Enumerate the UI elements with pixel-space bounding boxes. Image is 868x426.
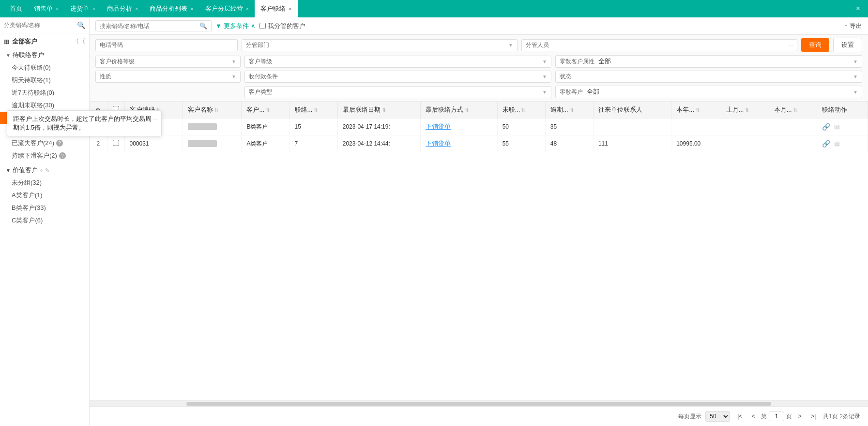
- customer-type-dropdown[interactable]: ▼: [542, 89, 547, 95]
- page-number-input[interactable]: [769, 411, 784, 421]
- nav-customer-contact-close[interactable]: ×: [289, 6, 291, 12]
- tooltip-close[interactable]: ...: [153, 115, 157, 120]
- nav-analysis[interactable]: 商品分析 ×: [101, 0, 144, 17]
- sort-uncontacted-icon[interactable]: ⇅: [521, 107, 525, 113]
- value-arrow-icon: ▼: [6, 168, 11, 173]
- status-dropdown[interactable]: ▼: [853, 74, 858, 79]
- nav-analysis-list-close[interactable]: ×: [190, 6, 193, 12]
- sidebar: 🔍 ⊞ 全部客户 〈〈 ▼ 待联络客户 今天待联络(0) 明天待联络(1) 近7…: [0, 17, 90, 426]
- row-this-year: 10995.00: [671, 135, 721, 152]
- filter-bar: 🔍 ▼ 更多条件 ∧ 我分管的客户 ↑ 导出: [90, 17, 868, 35]
- nav-sales-close[interactable]: ×: [56, 6, 59, 12]
- scroll-thumb[interactable]: [186, 402, 771, 406]
- gender-dropdown[interactable]: ▼: [231, 74, 236, 79]
- row-last-date: 2023-04-12 14:44:: [337, 135, 421, 152]
- info-icon-declining[interactable]: ?: [59, 152, 66, 159]
- sort-contact-icon[interactable]: ⇅: [314, 107, 318, 113]
- retail-attr-field[interactable]: 零散客户属性 全部 ▼: [555, 55, 862, 68]
- row-contact: 15: [289, 118, 337, 135]
- search-input[interactable]: [100, 23, 199, 29]
- nav-sales[interactable]: 销售单 ×: [28, 0, 64, 17]
- sidebar-search-input[interactable]: [4, 22, 77, 29]
- pay-condition-field[interactable]: 收付款条件 ▼: [244, 71, 551, 83]
- nav-customer-tier-close[interactable]: ×: [246, 6, 249, 12]
- status-field[interactable]: 状态 ▼: [555, 71, 862, 83]
- edit-icon[interactable]: ✎: [45, 167, 49, 174]
- action-link-icon[interactable]: 🔗: [822, 140, 830, 147]
- retail-attr-dropdown[interactable]: ▼: [853, 59, 858, 64]
- pending-group: ▼ 待联络客户 今天待联络(0) 明天待联络(1) 近7天待联络(0) 逾期未联…: [0, 48, 89, 163]
- next-page-button[interactable]: >: [794, 411, 806, 422]
- action-link-icon[interactable]: 🔗: [822, 123, 830, 131]
- row-overdue: 35: [545, 118, 593, 135]
- sidebar-item-b-class[interactable]: B类客户(33): [0, 202, 89, 214]
- sort-name-icon[interactable]: ⇅: [214, 107, 218, 113]
- col-last-date-header: 最后联络日期 ⇅: [337, 102, 421, 118]
- export-button[interactable]: ↑ 导出: [845, 22, 863, 30]
- value-group-header[interactable]: ▼ 价值客户 ○ ✎: [0, 163, 89, 176]
- collapse-icon[interactable]: 〈〈: [73, 37, 85, 46]
- table-wrap: ⚙ 客户编码 ⇅ 客户名称: [90, 102, 868, 400]
- sort-date-icon[interactable]: ⇅: [382, 107, 386, 113]
- search-icon[interactable]: 🔍: [199, 22, 207, 29]
- action-grid-icon[interactable]: ⊞: [834, 140, 840, 147]
- nav-customer-tier[interactable]: 客户分层经营 ×: [199, 0, 255, 17]
- customer-level-field[interactable]: 客户等级 ▼: [244, 56, 551, 68]
- retail-customer-dropdown[interactable]: ▼: [853, 89, 858, 95]
- sidebar-item-tomorrow[interactable]: 明天待联络(1): [0, 74, 89, 87]
- sidebar-item-7days[interactable]: 近7天待联络(0): [0, 87, 89, 99]
- pending-group-header[interactable]: ▼ 待联络客户: [0, 49, 89, 61]
- price-level-field[interactable]: 客户价格等级 ▼: [95, 56, 241, 68]
- customer-level-dropdown[interactable]: ▼: [542, 59, 547, 64]
- set-button[interactable]: 设置: [833, 38, 862, 52]
- row-check[interactable]: [107, 135, 124, 152]
- per-page-select[interactable]: 50 100: [705, 411, 730, 422]
- nav-purchase-close[interactable]: ×: [92, 6, 95, 12]
- sidebar-item-declining[interactable]: 持续下滑客户(2) ?: [0, 149, 89, 162]
- row-last-way[interactable]: 下销货单: [421, 135, 497, 152]
- sidebar-item-a-class[interactable]: A类客户(1): [0, 189, 89, 202]
- row-this-year: [671, 118, 721, 135]
- table-row: 1 000039 B类客户 15 2023-04-17 14:19: 下销货单 …: [90, 118, 868, 135]
- manager-field[interactable]: 分管人员 ···: [521, 39, 797, 51]
- sidebar-item-churned[interactable]: 已流失客户(24) ?: [0, 137, 89, 149]
- retail-customer-field[interactable]: 零散客户 全部 ▼: [555, 86, 862, 98]
- sort-type-icon[interactable]: ⇅: [266, 107, 270, 113]
- dept-dropdown-icon[interactable]: ▼: [508, 43, 513, 48]
- horizontal-scrollbar[interactable]: [90, 400, 868, 406]
- sidebar-search-icon[interactable]: 🔍: [77, 21, 85, 29]
- customer-type-field[interactable]: 客户类型 ▼: [244, 86, 551, 98]
- gender-field[interactable]: 性质 ▼: [95, 71, 241, 83]
- prev-page-button[interactable]: <: [747, 411, 759, 422]
- close-all-button[interactable]: ×: [852, 4, 864, 13]
- sort-overdue-icon[interactable]: ⇅: [570, 107, 574, 113]
- sort-way-icon[interactable]: ⇅: [465, 107, 469, 113]
- col-type-header: 客户... ⇅: [242, 102, 289, 118]
- sidebar-item-c-class[interactable]: C类客户(6): [0, 214, 89, 227]
- nav-purchase[interactable]: 进货单 ×: [64, 0, 101, 17]
- pay-condition-dropdown[interactable]: ▼: [542, 74, 547, 79]
- row-last-way[interactable]: 下销货单: [421, 118, 497, 135]
- sort-tmonth-icon[interactable]: ⇅: [793, 107, 797, 113]
- my-customers-checkbox[interactable]: [259, 23, 266, 29]
- more-conditions-button[interactable]: ▼ 更多条件 ∧: [215, 22, 256, 30]
- sort-year-icon[interactable]: ⇅: [696, 107, 700, 113]
- nav-home[interactable]: 首页: [4, 0, 28, 17]
- top-nav: 首页 销售单 × 进货单 × 商品分析 × 商品分析列表 × 客户分层经营 × …: [0, 0, 868, 17]
- action-grid-icon[interactable]: ⊞: [834, 123, 840, 131]
- phone-field[interactable]: 电话号码: [95, 39, 238, 51]
- dept-field[interactable]: 分管部门 ▼: [242, 39, 518, 51]
- nav-analysis-list[interactable]: 商品分析列表 ×: [144, 0, 199, 17]
- price-level-dropdown[interactable]: ▼: [231, 59, 236, 64]
- sort-lmonth-icon[interactable]: ⇅: [745, 107, 749, 113]
- first-page-button[interactable]: |<: [734, 411, 746, 422]
- sidebar-item-ungrouped[interactable]: 未分组(32): [0, 176, 89, 189]
- query-button[interactable]: 查询: [801, 38, 829, 52]
- manager-dots[interactable]: ···: [789, 43, 793, 48]
- last-page-button[interactable]: >|: [807, 411, 819, 422]
- nav-analysis-close[interactable]: ×: [135, 6, 138, 12]
- info-icon-churned[interactable]: ?: [56, 140, 63, 147]
- customer-table: ⚙ 客户编码 ⇅ 客户名称: [90, 102, 868, 152]
- nav-customer-contact[interactable]: 客户联络 ×: [255, 0, 297, 17]
- sidebar-item-today[interactable]: 今天待联络(0): [0, 61, 89, 74]
